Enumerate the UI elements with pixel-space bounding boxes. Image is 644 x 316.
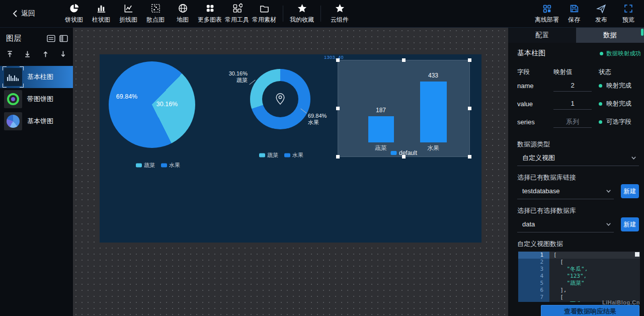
resize-handle-e[interactable] (468, 107, 471, 110)
toolbar-item-scatter[interactable]: 散点图 (142, 3, 169, 24)
bar-category-label: 水果 (427, 144, 439, 152)
tab-data[interactable]: 数据 (576, 28, 644, 43)
layer-thumbnail-ring (4, 90, 22, 108)
move-down-icon[interactable] (59, 50, 67, 58)
mapping-value-input[interactable] (553, 116, 592, 128)
bi-dashboard-editor: { "topbar": { "back_label": "返回", "tools… (0, 0, 644, 316)
bar-value-label: 187 (376, 107, 386, 114)
code-line: 4 "123", (518, 273, 640, 280)
mapping-row-name: name 映射完成 (517, 76, 639, 95)
db-select[interactable]: data (517, 216, 614, 232)
toolbar-item-more-charts[interactable]: 更多图表 (196, 3, 223, 24)
mapping-value-input[interactable] (553, 80, 592, 92)
legend-item[interactable]: 蔬菜 (136, 162, 155, 169)
resize-handle-se[interactable] (468, 155, 471, 159)
resize-handle-sw[interactable] (336, 155, 340, 159)
code-line: 6 ], (518, 287, 640, 294)
pie-chart-icon (69, 3, 79, 14)
layer-item-label: 基本柱图 (27, 72, 53, 82)
toolbar-item-line[interactable]: 折线图 (115, 3, 142, 24)
layer-order-toolbar (0, 47, 73, 63)
move-up-icon[interactable] (42, 50, 49, 58)
field-name: value (517, 100, 553, 108)
datasource-type-label: 数据源类型 (508, 140, 644, 149)
toolbar-item-label: 我的收藏 (290, 16, 314, 24)
legend-item[interactable]: 水果 (284, 151, 303, 159)
panel-scrollbar-thumb[interactable] (641, 29, 643, 36)
toolbar-item-map[interactable]: 地图 (169, 3, 196, 24)
db-link-select[interactable]: testdatabase (517, 183, 614, 199)
action-label: 预览 (622, 16, 634, 24)
field-name: name (517, 82, 553, 90)
layer-item-image-pie[interactable]: 带图饼图 (0, 88, 73, 110)
datasource-type-select[interactable]: 自定义视图 (517, 150, 639, 166)
bar-category-label: 蔬菜 (375, 144, 387, 152)
code-editor[interactable]: 1[ 2 [ 3 "冬瓜", 4 "123", 5 "蔬菜" 6 ], 7 [ … (518, 252, 640, 302)
layer-item-basic-pie[interactable]: 基本饼图 (0, 110, 73, 132)
new-db-button[interactable]: 新建 (621, 217, 639, 231)
bar-chart-widget-selected[interactable]: 1303, 40 187 433 蔬菜 水果 default (338, 60, 469, 156)
action-label: 离线部署 (535, 16, 559, 24)
layer-panel: 图层 基本柱图 带图饼图 (0, 28, 73, 316)
move-to-top-icon[interactable] (6, 50, 14, 58)
toolbar-item-cloud-components[interactable]: 云组件 (326, 3, 353, 24)
offline-deploy-button[interactable]: 离线部署 (533, 4, 560, 24)
new-db-link-button[interactable]: 新建 (621, 184, 639, 198)
map-icon (178, 3, 188, 14)
chevron-left-icon (12, 10, 18, 18)
data-panel: 配置 数据 基本柱图 数据映射成功 字段 映射值 状态 name 映射完成 va… (508, 28, 644, 316)
line-chart-icon (123, 3, 134, 14)
resize-handle-s[interactable] (402, 155, 406, 159)
layer-thumbnail-bar (4, 68, 22, 86)
back-button[interactable]: 返回 (12, 9, 60, 18)
tab-config[interactable]: 配置 (508, 28, 576, 43)
editor-scrollbar-thumb[interactable] (635, 252, 639, 257)
chevron-down-icon (630, 154, 637, 161)
field-name: series (517, 118, 553, 126)
toolbar-item-label: 常用素材 (252, 16, 276, 24)
toolbar-separator (320, 6, 321, 22)
bar-vegetable (368, 116, 394, 142)
mapping-row-status: 映射完成 (599, 100, 631, 108)
action-label: 保存 (568, 16, 580, 24)
resize-handle-nw[interactable] (336, 58, 340, 62)
save-button[interactable]: 保存 (560, 4, 588, 24)
pie-slice-label: 69.84% (116, 93, 137, 100)
dashboard-board[interactable]: 69.84% 30.16% 蔬菜 水果 30.16% 蔬菜 69.84% 水果 (100, 54, 481, 243)
status-dot (600, 52, 603, 55)
pie-chart (109, 61, 195, 148)
toolbar-item-bar[interactable]: 柱状图 (88, 3, 115, 24)
design-canvas[interactable]: 69.84% 30.16% 蔬菜 水果 30.16% 蔬菜 69.84% 水果 (73, 28, 508, 316)
move-to-bottom-icon[interactable] (24, 50, 31, 58)
layer-item-basic-bar[interactable]: 基本柱图 (0, 66, 73, 88)
donut-label-fruit: 69.84% 水果 (308, 113, 327, 126)
bar-chart-icon (96, 3, 107, 14)
donut-label-vegetable: 30.16% 蔬菜 (215, 70, 248, 84)
panel-layout-icon[interactable] (59, 35, 68, 42)
mapping-row-series: series 可选字段 (517, 113, 639, 131)
star-icon (297, 3, 307, 14)
mapping-status: 数据映射成功 (600, 50, 641, 57)
back-label: 返回 (21, 9, 35, 18)
publish-icon (596, 4, 606, 14)
resize-handle-w[interactable] (336, 107, 340, 110)
toolbar-item-label: 折线图 (119, 16, 137, 24)
resize-handle-ne[interactable] (468, 58, 471, 62)
preview-button[interactable]: 预览 (615, 4, 642, 24)
mapping-value-input[interactable] (553, 98, 592, 110)
toolbar-item-tools[interactable]: 常用工具 (223, 3, 251, 24)
pie-legend: 蔬菜 水果 (136, 162, 180, 169)
legend-item[interactable]: 蔬菜 (259, 151, 278, 159)
view-data-response-button[interactable]: 查看数据响应结果 (541, 305, 639, 316)
donut-legend: 蔬菜 水果 (259, 151, 303, 159)
toolbar-item-pie[interactable]: 饼状图 (60, 3, 88, 24)
donut-chart (250, 69, 310, 129)
toolbar-item-assets[interactable]: 常用素材 (251, 3, 278, 24)
legend-item[interactable]: 水果 (161, 162, 180, 169)
mapping-row-value: value 映射完成 (517, 95, 639, 113)
publish-button[interactable]: 发布 (588, 4, 615, 24)
location-pin-icon (275, 93, 286, 106)
list-view-icon[interactable] (47, 35, 55, 42)
resize-handle-n[interactable] (402, 58, 406, 62)
toolbar-item-favorites[interactable]: 我的收藏 (288, 3, 315, 24)
